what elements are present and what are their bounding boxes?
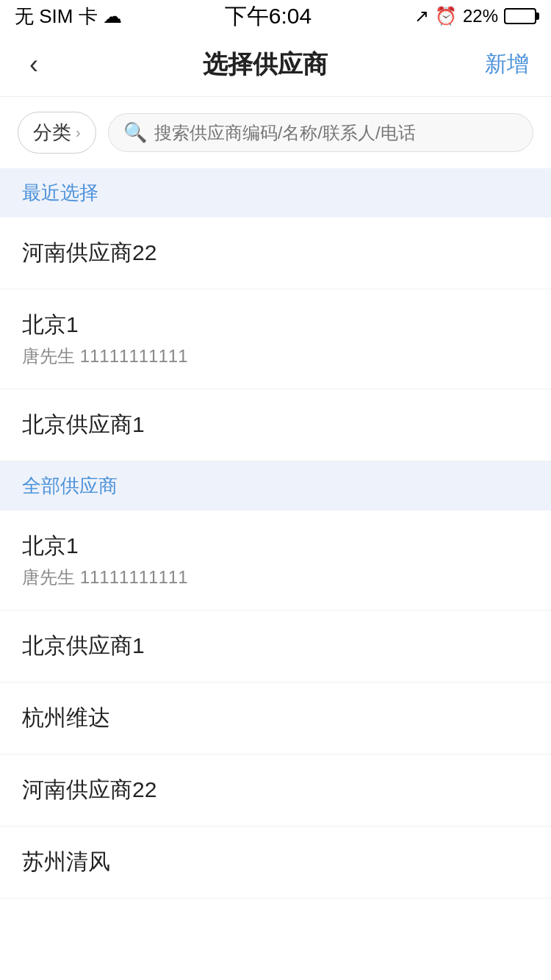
list-item[interactable]: 河南供应商22 [0, 217, 551, 289]
supplier-name: 河南供应商22 [22, 775, 529, 805]
status-left: 无 SIM 卡 ☁ [15, 4, 122, 29]
status-bar: 无 SIM 卡 ☁ 下午6:04 ↗ ⏰ 22% [0, 0, 551, 32]
nav-bar: ‹ 选择供应商 新增 [0, 32, 551, 97]
alarm-icon: ⏰ [435, 6, 457, 26]
back-button[interactable]: ‹ [22, 42, 46, 87]
list-item[interactable]: 北京1唐先生 11111111111 [0, 289, 551, 389]
status-right: ↗ ⏰ 22% [414, 6, 536, 26]
supplier-name: 北京1 [22, 531, 529, 561]
list-item[interactable]: 苏州清风 [0, 826, 551, 898]
supplier-name: 北京供应商1 [22, 410, 529, 440]
category-filter[interactable]: 分类 › [18, 112, 96, 154]
battery-icon [504, 8, 536, 24]
add-button[interactable]: 新增 [485, 49, 529, 79]
supplier-name: 北京供应商1 [22, 631, 529, 661]
sim-status: 无 SIM 卡 ☁ [15, 4, 122, 29]
supplier-sub: 唐先生 11111111111 [22, 345, 529, 368]
search-box[interactable]: 🔍 [108, 113, 533, 152]
location-icon: ↗ [414, 6, 429, 26]
supplier-name: 北京1 [22, 310, 529, 340]
supplier-sub: 唐先生 11111111111 [22, 566, 529, 589]
section-header: 最近选择 [0, 168, 551, 217]
chevron-right-icon: › [76, 124, 81, 141]
supplier-name: 杭州维达 [22, 703, 529, 733]
list-item[interactable]: 河南供应商22 [0, 754, 551, 826]
search-input[interactable] [154, 123, 518, 143]
list-item[interactable]: 杭州维达 [0, 682, 551, 754]
list-item[interactable]: 北京供应商1 [0, 389, 551, 461]
supplier-name: 河南供应商22 [22, 238, 529, 268]
list-item[interactable]: 北京1唐先生 11111111111 [0, 511, 551, 610]
supplier-name: 苏州清风 [22, 847, 529, 877]
list-item[interactable]: 北京供应商1 [0, 610, 551, 682]
section-header: 全部供应商 [0, 461, 551, 511]
page-title: 选择供应商 [203, 48, 328, 82]
search-icon: 🔍 [123, 121, 147, 144]
status-time: 下午6:04 [225, 1, 311, 32]
filter-bar: 分类 › 🔍 [0, 97, 551, 168]
supplier-list: 最近选择河南供应商22北京1唐先生 11111111111北京供应商1全部供应商… [0, 168, 551, 898]
battery-percent: 22% [463, 6, 498, 26]
category-label: 分类 [33, 120, 71, 145]
